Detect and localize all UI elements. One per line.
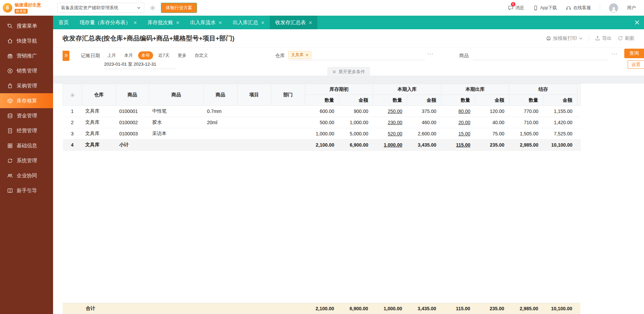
sidebar-item-people[interactable]: 企业协同 (0, 168, 53, 183)
refresh-icon (618, 36, 623, 41)
total-in-qty: 1,000.00 (373, 303, 407, 314)
date-range-value[interactable]: 2023-01-01 至 2023-12-31 (104, 61, 176, 69)
warehouse-field[interactable]: 文具库 (288, 50, 425, 60)
tab-1[interactable]: 现存量（库存分布表） (74, 16, 142, 29)
online-service-label: 在线客服 (573, 5, 591, 11)
print-by-template-button[interactable]: 按模板打印 (546, 35, 582, 42)
export-icon (595, 36, 600, 41)
sidebar-item-label: 库存核算 (17, 98, 37, 104)
expand-more-conditions-button[interactable]: 展开更多条件 (327, 67, 370, 77)
table-row: 2文具库0100002胶水20ml500.001,000.00230.00460… (63, 117, 581, 128)
refresh-button[interactable]: 刷新 (618, 35, 634, 42)
app-logo: 6 畅捷通好生意 标准版 (0, 0, 53, 16)
sidebar-item-gift[interactable]: 营销推广 (0, 48, 53, 63)
sidebar-menu: 搜索菜单快捷导航营销推广销售管理采购管理库存核算资金管理经营管理基础信息系统管理… (0, 16, 53, 314)
product-more-button[interactable] (611, 53, 617, 55)
topbar: 装备及固定资产辅助管理系统 体验行业方案 6 消息 App下载 在线客服 (53, 0, 644, 16)
date-option-1[interactable]: 本月 (121, 51, 136, 60)
drilldown-link[interactable]: 115.00 (456, 142, 470, 148)
subtotal-row: 4文具库小计2,100.006,900.001,000.003,435.0011… (63, 139, 581, 151)
topbar-divider (600, 5, 600, 11)
messages-label: 消息 (515, 5, 524, 11)
tab-5[interactable]: 收发存汇总表 (270, 16, 317, 29)
warehouse-more-button[interactable] (427, 53, 433, 55)
phone-icon (533, 5, 538, 11)
date-option-2[interactable]: 本年 (138, 51, 153, 60)
section-gap (53, 76, 644, 84)
col-header-product-code: 商品 (116, 84, 149, 106)
total-row: 合计 2,100.00 6,900.00 1,000.00 3,435.00 1… (63, 303, 580, 314)
tab-4[interactable]: 出入库汇总 (227, 16, 270, 29)
total-begin-amt: 6,900.00 (339, 303, 373, 314)
online-service-button[interactable]: 在线客服 (566, 5, 591, 11)
drilldown-link[interactable]: 1,000.00 (384, 142, 402, 148)
drilldown-link[interactable]: 20.00 (458, 120, 470, 125)
sidebar-item-home[interactable]: 快捷导航 (0, 33, 53, 48)
export-button[interactable]: 导出 (595, 35, 612, 42)
sidebar-item-doc[interactable]: 经营管理 (0, 123, 53, 138)
filler-column (577, 84, 581, 106)
date-option-4[interactable]: 更多 (175, 51, 189, 60)
trial-solution-button[interactable]: 体验行业方案 (161, 3, 197, 13)
col-header-product-spec: 商品 (204, 84, 237, 106)
group-header-balance: 结存 (509, 84, 577, 95)
query-button[interactable]: 查询 (624, 49, 644, 58)
sidebar-item-box[interactable]: 库存核算 (0, 93, 53, 108)
total-out-qty: 115.00 (441, 303, 475, 314)
bag-icon (7, 83, 13, 89)
settings-gear-icon[interactable] (150, 5, 155, 11)
drilldown-link[interactable]: 15.00 (458, 131, 470, 136)
collapse-filter-button[interactable] (63, 51, 69, 61)
sidebar-item-bag[interactable]: 采购管理 (0, 78, 53, 93)
user-label[interactable]: 用户 (627, 5, 636, 11)
sidebar-item-label: 企业协同 (17, 172, 37, 179)
tab-label: 库存批次账 (148, 19, 173, 26)
tab-close-icon[interactable] (134, 21, 137, 24)
sidebar-item-book[interactable]: 新手引导 (0, 183, 53, 198)
drilldown-link[interactable]: 230.00 (388, 120, 402, 125)
tab-0[interactable]: 首页 (53, 16, 74, 29)
group-header-outbound: 本期出库 (441, 84, 509, 95)
tab-close-icon[interactable] (309, 21, 312, 24)
system-select[interactable]: 装备及固定资产辅助管理系统 (57, 3, 144, 13)
date-option-0[interactable]: 上月 (104, 51, 119, 60)
system-select-value: 装备及固定资产辅助管理系统 (61, 5, 118, 11)
product-field[interactable] (473, 50, 608, 60)
tab-2[interactable]: 库存批次账 (142, 16, 185, 29)
tab-close-icon[interactable] (219, 21, 222, 24)
column-settings-icon[interactable] (70, 93, 75, 98)
date-option-5[interactable]: 自定义 (192, 51, 211, 60)
sidebar-item-search[interactable]: 搜索菜单 (0, 18, 53, 33)
sidebar-item-sync[interactable]: 系统管理 (0, 153, 53, 168)
sidebar-item-grid[interactable]: 基础信息 (0, 138, 53, 153)
sidebar-item-coin[interactable]: 销售管理 (0, 63, 53, 78)
date-option-3[interactable]: 近7天 (155, 51, 172, 60)
avatar[interactable] (609, 3, 618, 13)
search-icon (7, 23, 13, 29)
drilldown-link[interactable]: 80.00 (458, 109, 470, 114)
settings-button[interactable]: 设置 (628, 60, 644, 69)
close-all-tabs-icon[interactable] (635, 20, 639, 25)
messages-button[interactable]: 6 消息 (508, 5, 524, 11)
sidebar-item-label: 营销推广 (17, 53, 37, 59)
tag-close-icon[interactable] (306, 53, 309, 56)
sidebar-item-label: 资金管理 (17, 113, 37, 119)
coin-icon (7, 68, 13, 74)
tab-label: 首页 (59, 19, 69, 26)
drilldown-link[interactable]: 520.00 (388, 131, 402, 136)
sidebar-item-label: 经营管理 (17, 128, 37, 134)
app-download-button[interactable]: App下载 (533, 5, 557, 11)
sidebar-item-funds[interactable]: 资金管理 (0, 108, 53, 123)
drilldown-link[interactable]: 250.00 (388, 109, 402, 114)
sub-header-qty: 数量 (305, 95, 339, 106)
funds-icon (7, 113, 13, 119)
tab-close-icon[interactable] (261, 21, 264, 24)
group-header-beginning: 库存期初 (305, 84, 373, 95)
sidebar-item-label: 系统管理 (17, 158, 37, 164)
tab-close-icon[interactable] (176, 21, 179, 24)
tab-3[interactable]: 出入库流水 (185, 16, 227, 29)
sidebar-item-label: 销售管理 (17, 68, 37, 74)
table-area: 仓库 商品 商品 商品 项目 部门 库存期初 本期入库 本期出库 结存 (53, 84, 644, 314)
sub-header-qty: 数量 (373, 95, 407, 106)
tab-label: 现存量（库存分布表） (80, 19, 131, 26)
